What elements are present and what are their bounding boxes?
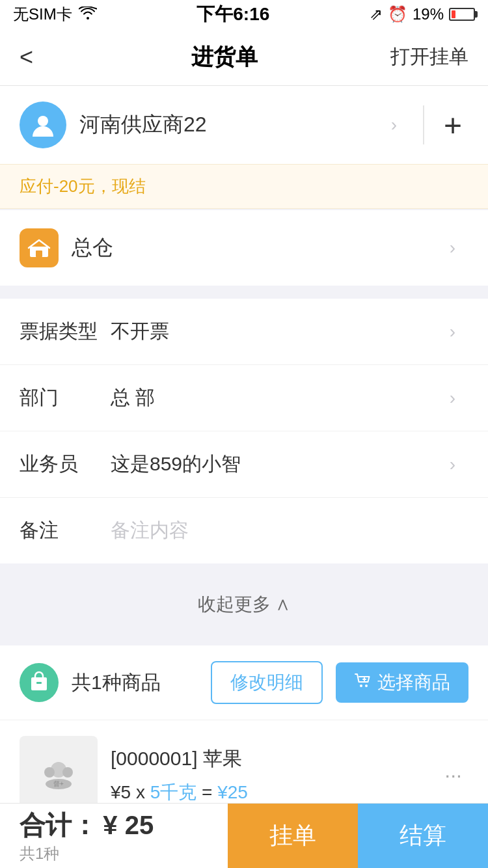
svg-point-8	[44, 767, 55, 778]
svg-text:督+: 督+	[53, 780, 64, 787]
svg-point-6	[365, 685, 368, 687]
hold-button[interactable]: 挂单	[228, 804, 358, 869]
supplier-name: 河南供应商22	[79, 111, 391, 139]
form-section: 票据类型 不开票 › 部门 总 部 › 业务员 这是859的小智 › 备注 备注…	[0, 299, 488, 563]
battery-percent: 19%	[413, 5, 444, 23]
footer-total: 合计： ¥ 25 共1种	[0, 807, 228, 864]
product-code: [0000001]	[111, 748, 197, 769]
footer: 合计： ¥ 25 共1种 挂单 结算	[0, 803, 488, 868]
staff-label: 业务员	[20, 451, 111, 478]
product-thumbnail: 督+	[20, 736, 98, 814]
dept-label: 部门	[20, 385, 111, 411]
staff-row[interactable]: 业务员 这是859的小智 ›	[0, 431, 488, 498]
total-count: 共1种	[20, 843, 208, 864]
equals-sign: =	[202, 782, 217, 802]
svg-point-9	[62, 767, 73, 778]
settle-button[interactable]: 结算	[358, 804, 488, 869]
status-bar: 无SIM卡 下午6:16 ⇗ ⏰ 19%	[0, 0, 488, 29]
select-product-button[interactable]: 选择商品	[336, 662, 468, 703]
status-time: 下午6:16	[197, 2, 269, 27]
divider	[423, 105, 424, 144]
multiply-sign: x	[136, 782, 150, 802]
status-left: 无SIM卡	[13, 4, 97, 25]
warehouse-row[interactable]: 总仓 ›	[0, 210, 488, 286]
more-button[interactable]: ···	[438, 757, 468, 794]
remark-input[interactable]: 备注内容	[111, 517, 468, 544]
invoice-value: 不开票	[111, 318, 450, 345]
warehouse-name: 总仓	[72, 234, 450, 262]
supplier-row[interactable]: 河南供应商22 › +	[0, 86, 488, 164]
products-header: 共1种商品 修改明细 选择商品	[0, 645, 488, 720]
add-supplier-button[interactable]: +	[437, 107, 468, 143]
wifi-icon	[79, 5, 97, 23]
invoice-label: 票据类型	[20, 318, 111, 345]
status-right: ⇗ ⏰ 19%	[370, 5, 475, 23]
svg-rect-2	[36, 251, 42, 257]
unit-price: ¥5	[111, 782, 131, 802]
dept-value: 总 部	[111, 385, 450, 411]
products-count: 共1种商品	[72, 670, 198, 696]
product-name-text: 苹果	[203, 748, 242, 769]
subtotal: ¥25	[217, 782, 248, 802]
total-amount-row: 合计： ¥ 25	[20, 807, 208, 843]
cart-icon	[354, 672, 372, 693]
product-price: ¥5 x 5千克 = ¥25	[111, 780, 425, 805]
back-button[interactable]: <	[20, 44, 59, 71]
notice-bar: 应付-20元，现结	[0, 164, 488, 209]
select-product-label: 选择商品	[377, 670, 450, 695]
alarm-icon: ⏰	[388, 5, 407, 23]
svg-rect-4	[36, 682, 42, 684]
location-icon: ⇗	[370, 5, 383, 23]
chevron-right-icon: ›	[391, 115, 397, 135]
warehouse-icon	[20, 228, 59, 267]
nav-bar: < 进货单 打开挂单	[0, 29, 488, 86]
svg-point-0	[38, 116, 48, 126]
open-hold-button[interactable]: 打开挂单	[390, 44, 468, 70]
collapse-button[interactable]: 收起更多 ∧	[0, 576, 488, 632]
staff-value: 这是859的小智	[111, 451, 450, 478]
svg-point-5	[360, 685, 362, 687]
product-info: [0000001] 苹果 ¥5 x 5千克 = ¥25	[111, 746, 425, 805]
edit-detail-button[interactable]: 修改明细	[211, 661, 323, 704]
battery-icon	[449, 8, 475, 21]
page-title: 进货单	[191, 42, 258, 72]
product-name: [0000001] 苹果	[111, 746, 425, 772]
warehouse-chevron-icon: ›	[450, 237, 455, 258]
carrier-label: 无SIM卡	[13, 4, 72, 25]
products-section: 共1种商品 修改明细 选择商品 督+	[0, 645, 488, 830]
total-amount: ¥ 25	[103, 811, 154, 839]
products-icon	[20, 663, 59, 702]
staff-chevron-icon: ›	[450, 454, 455, 475]
invoice-row[interactable]: 票据类型 不开票 ›	[0, 299, 488, 365]
dept-row[interactable]: 部门 总 部 ›	[0, 365, 488, 431]
dept-chevron-icon: ›	[450, 388, 455, 409]
invoice-chevron-icon: ›	[450, 321, 455, 342]
quantity: 5千克	[150, 782, 197, 802]
supplier-avatar	[20, 102, 66, 148]
total-label: 合计：	[20, 811, 98, 839]
remark-row[interactable]: 备注 备注内容	[0, 498, 488, 563]
remark-label: 备注	[20, 517, 111, 544]
